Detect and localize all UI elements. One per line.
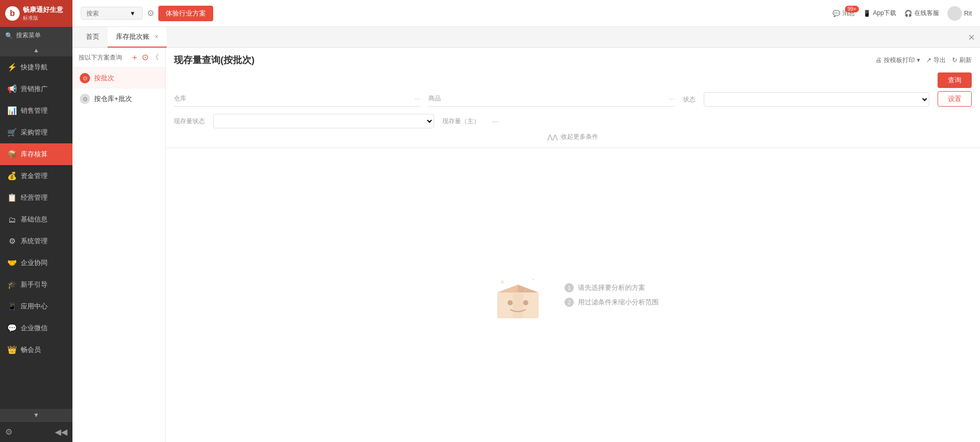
wechat-icon: 💬 [7, 323, 17, 333]
collapse-conditions-btn[interactable]: ⋀⋀ 收起更多条件 [174, 128, 972, 141]
sidebar-item-wechat[interactable]: 💬 企业微信 [0, 317, 72, 339]
refresh-icon: ↻ [952, 56, 957, 64]
sidebar-item-label-app-center: 应用中心 [21, 302, 48, 311]
user-profile-btn[interactable]: Rit [947, 6, 972, 21]
collapse-label: 收起更多条件 [561, 132, 598, 141]
sidebar-item-enterprise[interactable]: 🤝 企业协同 [0, 252, 72, 274]
messages-badge: 99+ [845, 6, 859, 12]
sidebar-item-marketing[interactable]: 📢 营销推广 [0, 78, 72, 100]
online-support-btn[interactable]: 🎧 在线客服 [904, 9, 939, 18]
scroll-up-button[interactable]: ▲ [0, 44, 72, 56]
empty-state: 1 请先选择要分析的方案 2 用过滤条件来缩小分析范围 [166, 148, 980, 442]
sidebar-item-finance[interactable]: 💰 资金管理 [0, 165, 72, 187]
add-scheme-icon[interactable]: ＋ [130, 53, 139, 62]
left-panel-title: 按以下方案查询 [79, 53, 122, 62]
sidebar-item-inventory[interactable]: 📦 库存核算 [0, 143, 72, 165]
tab-inventory-batch-label: 库存批次账 [116, 32, 150, 41]
sidebar-item-label-member: 畅会员 [21, 345, 41, 355]
search-label: 搜索菜单 [16, 31, 41, 40]
system-icon: ⚙ [7, 237, 17, 246]
scheme-item-warehouse-batch[interactable]: ⊙ 按仓库+批次 [72, 89, 165, 109]
main-content: ▾ ⚙ 体验行业方案 💬 消息 99+ 📱 App下载 🎧 在线客服 Rit [72, 0, 980, 442]
app-download-btn[interactable]: 📱 App下载 [863, 9, 896, 18]
sidebar-item-label-operations: 经营管理 [21, 193, 48, 202]
sidebar-item-base[interactable]: 🗂 基础信息 [0, 209, 72, 230]
query-button[interactable]: 查询 [938, 72, 972, 88]
warehouse-label: 仓库 [174, 94, 186, 103]
settings-scheme-icon[interactable]: ⊙ [142, 53, 149, 62]
scheme-item-batch[interactable]: ⊙ 按批次 [72, 68, 165, 89]
purchase-icon: 🛒 [7, 128, 17, 137]
topbar-search-dropdown-icon[interactable]: ▾ [131, 9, 135, 17]
sidebar: b 畅康通好生意 标准版 🔍 搜索菜单 ▲ ⚡ 快捷导航 📢 营销推广 📊 销售… [0, 0, 72, 442]
svg-point-9 [523, 300, 528, 305]
svg-point-5 [501, 281, 504, 284]
collapse-sidebar-icon[interactable]: ◀◀ [55, 427, 67, 437]
topbar-search-area[interactable]: ▾ [81, 7, 143, 20]
tab-home[interactable]: 首页 [78, 27, 108, 48]
collapse-panel-icon[interactable]: 《 [152, 53, 159, 62]
scheme-label-batch: 按批次 [94, 73, 114, 83]
sidebar-item-purchase[interactable]: 🛒 采购管理 [0, 122, 72, 143]
warehouse-batch-icon: ⊙ [80, 94, 90, 104]
sales-icon: 📊 [7, 106, 17, 115]
messages-btn[interactable]: 💬 消息 99+ [833, 9, 855, 18]
sidebar-item-newbie[interactable]: 🎓 新手引导 [0, 274, 72, 296]
sidebar-header: b 畅康通好生意 标准版 [0, 0, 72, 27]
product-dots[interactable]: ··· [669, 95, 675, 102]
page-content: 按以下方案查询 ＋ ⊙ 《 ⊙ 按批次 ⊙ 按仓库+批次 现存量查询( [72, 48, 980, 442]
status-select[interactable] [704, 92, 929, 107]
app-version: 标准版 [23, 14, 63, 21]
finance-icon: 💰 [7, 171, 17, 181]
tab-inventory-batch[interactable]: 库存批次账 × [108, 27, 167, 48]
refresh-button[interactable]: ↻ 刷新 [952, 56, 972, 65]
tab-close-icon[interactable]: × [155, 33, 158, 40]
topbar-settings-icon[interactable]: ⚙ [147, 8, 154, 18]
topbar: ▾ ⚙ 体验行业方案 💬 消息 99+ 📱 App下载 🎧 在线客服 Rit [72, 0, 980, 27]
print-dropdown-icon[interactable]: ▾ [917, 56, 920, 64]
sidebar-footer: ⚙ ◀◀ [0, 421, 72, 442]
sidebar-item-operations[interactable]: 📋 经营管理 [0, 187, 72, 209]
app-download-icon: 📱 [863, 10, 871, 17]
page-title: 现存量查询(按批次) [174, 54, 255, 66]
warehouse-dots[interactable]: ··· [414, 95, 420, 102]
sidebar-item-label-enterprise: 企业协同 [21, 258, 48, 268]
sidebar-item-label-sales: 销售管理 [21, 106, 48, 115]
newbie-icon: 🎓 [7, 280, 17, 289]
content-header: 现存量查询(按批次) 🖨 按模板打印 ▾ ↗ 导出 ↻ [166, 48, 980, 148]
sidebar-item-label-base: 基础信息 [21, 215, 48, 224]
online-support-label: 在线客服 [914, 9, 939, 18]
scroll-down-button[interactable]: ▼ [0, 409, 72, 421]
sidebar-item-label-purchase: 采购管理 [21, 128, 48, 137]
quick-nav-icon: ⚡ [7, 63, 17, 72]
sidebar-item-quick-nav[interactable]: ⚡ 快捷导航 [0, 56, 72, 78]
tabbar-close-right-icon[interactable]: ✕ [968, 32, 975, 42]
inventory-qty-label: 现存量（主） [442, 117, 480, 126]
sidebar-item-label-finance: 资金管理 [21, 171, 48, 181]
left-panel: 按以下方案查询 ＋ ⊙ 《 ⊙ 按批次 ⊙ 按仓库+批次 [72, 48, 166, 442]
tip-text-2: 用过滤条件来缩小分析范围 [578, 298, 659, 307]
empty-tip-1: 1 请先选择要分析的方案 [565, 283, 659, 292]
sidebar-item-member[interactable]: 👑 畅会员 [0, 339, 72, 361]
message-icon: 💬 [833, 10, 840, 17]
sidebar-item-label-wechat: 企业微信 [21, 323, 48, 333]
collapse-up-icon: ⋀⋀ [547, 134, 558, 141]
sidebar-item-app-center[interactable]: 📱 应用中心 [0, 296, 72, 317]
svg-point-8 [508, 300, 513, 305]
app-logo: b [5, 6, 20, 21]
inventory-status-select[interactable] [213, 114, 434, 128]
settings-footer-icon[interactable]: ⚙ [5, 427, 12, 437]
app-center-icon: 📱 [7, 302, 17, 311]
export-button[interactable]: ↗ 导出 [926, 56, 946, 65]
batch-icon: ⊙ [80, 73, 90, 83]
experience-industry-button[interactable]: 体验行业方案 [158, 6, 213, 21]
sidebar-item-sales[interactable]: 📊 销售管理 [0, 100, 72, 122]
topbar-search-input[interactable] [86, 10, 128, 17]
sidebar-search[interactable]: 🔍 搜索菜单 [0, 27, 72, 44]
print-button[interactable]: 🖨 按模板打印 ▾ [875, 56, 920, 65]
svg-marker-2 [518, 285, 539, 292]
tab-home-label: 首页 [86, 32, 99, 41]
sidebar-item-system[interactable]: ⚙ 系统管理 [0, 230, 72, 252]
inventory-status-label: 现存量状态 [174, 117, 205, 126]
settings-button[interactable]: 设置 [938, 91, 972, 107]
